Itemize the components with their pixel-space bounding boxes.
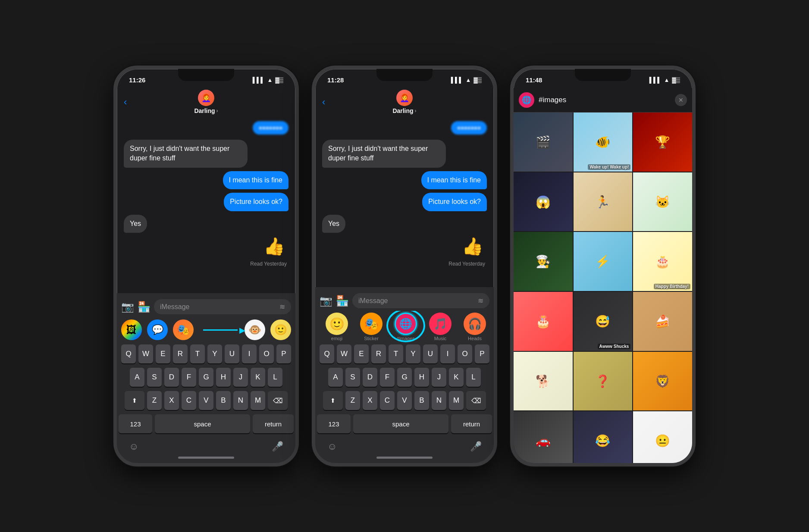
key2-t[interactable]: T bbox=[389, 344, 403, 363]
gif-cell-10[interactable]: 🎂 bbox=[514, 292, 573, 351]
key2-s[interactable]: S bbox=[345, 368, 360, 387]
key-s[interactable]: S bbox=[147, 368, 162, 387]
camera-icon-1[interactable]: 📷 bbox=[121, 301, 134, 313]
gif-cell-2[interactable]: 🐠 Wake up! Wake up! bbox=[574, 113, 633, 172]
appstore-icon-1[interactable]: 🏪 bbox=[138, 301, 151, 313]
key-c[interactable]: C bbox=[182, 391, 196, 410]
key-p[interactable]: P bbox=[276, 344, 291, 363]
imessage-input-2[interactable]: iMessage ≋ bbox=[352, 293, 489, 308]
key-b[interactable]: B bbox=[216, 391, 231, 410]
gif-cell-13[interactable]: 🐕 bbox=[514, 352, 573, 411]
key2-l[interactable]: L bbox=[466, 368, 481, 387]
gif-cell-11[interactable]: 😅 Awww Shucks bbox=[574, 292, 633, 351]
key2-z[interactable]: Z bbox=[345, 391, 360, 410]
key-l[interactable]: L bbox=[268, 368, 282, 387]
key-a[interactable]: A bbox=[130, 368, 144, 387]
contact-header-2[interactable]: 👩‍🦰 Darling › bbox=[392, 90, 416, 114]
key-i[interactable]: I bbox=[242, 344, 257, 363]
gif-cell-5[interactable]: 🏃 bbox=[574, 172, 633, 232]
gif-cell-14[interactable]: ❓ bbox=[574, 352, 633, 411]
key2-e[interactable]: E bbox=[354, 344, 369, 363]
key-w[interactable]: W bbox=[138, 344, 153, 363]
key2-x[interactable]: X bbox=[363, 391, 377, 410]
photos-app-icon[interactable]: 🖼 bbox=[121, 319, 142, 340]
key2-v[interactable]: V bbox=[397, 391, 412, 410]
key2-k[interactable]: K bbox=[449, 368, 464, 387]
key-g[interactable]: G bbox=[199, 368, 213, 387]
key-space[interactable]: space bbox=[155, 414, 250, 433]
key-delete[interactable]: ⌫ bbox=[268, 391, 288, 410]
key2-c[interactable]: C bbox=[380, 391, 395, 410]
imessage-input-1[interactable]: iMessage ≋ bbox=[154, 299, 291, 314]
key2-p[interactable]: P bbox=[475, 344, 489, 363]
key-j[interactable]: J bbox=[233, 368, 248, 387]
close-button[interactable]: ✕ bbox=[675, 94, 687, 106]
key-e[interactable]: E bbox=[156, 344, 170, 363]
key2-d[interactable]: D bbox=[363, 368, 377, 387]
key2-r[interactable]: R bbox=[371, 344, 386, 363]
key2-b[interactable]: B bbox=[414, 391, 429, 410]
key-f[interactable]: F bbox=[182, 368, 196, 387]
monkey-app-icon[interactable]: 🐵 bbox=[245, 319, 265, 340]
music-app-item[interactable]: 🎵 Music bbox=[423, 313, 458, 341]
key2-u[interactable]: U bbox=[423, 344, 438, 363]
stickers-app-icon[interactable]: 🎭 bbox=[173, 319, 194, 340]
key2-i[interactable]: I bbox=[440, 344, 455, 363]
images-app-item[interactable]: 🌐 #images bbox=[389, 313, 423, 341]
emoji-button-2[interactable]: ☺ bbox=[327, 441, 337, 452]
key2-w[interactable]: W bbox=[337, 344, 351, 363]
key-v[interactable]: V bbox=[199, 391, 213, 410]
key-m[interactable]: M bbox=[251, 391, 265, 410]
contact-header-1[interactable]: 👩‍🦰 Darling › bbox=[194, 90, 218, 114]
key2-a[interactable]: A bbox=[328, 368, 343, 387]
gif-cell-1[interactable]: 🎬 bbox=[514, 113, 573, 172]
key2-g[interactable]: G bbox=[397, 368, 412, 387]
headphones-app-item[interactable]: 🎧 Heads bbox=[458, 313, 492, 341]
key2-y[interactable]: Y bbox=[406, 344, 420, 363]
messages-app-icon[interactable]: 💬 bbox=[147, 319, 168, 340]
key-u[interactable]: U bbox=[225, 344, 239, 363]
emoji-button-1[interactable]: ☺ bbox=[129, 441, 138, 452]
key2-space[interactable]: space bbox=[353, 414, 448, 433]
key2-m[interactable]: M bbox=[449, 391, 464, 410]
images-icon[interactable]: 🌐 bbox=[395, 313, 417, 335]
mic-button-2[interactable]: 🎤 bbox=[470, 441, 482, 452]
key2-o[interactable]: O bbox=[458, 344, 472, 363]
gif-cell-17[interactable]: 😂 bbox=[574, 411, 633, 466]
gif-cell-3[interactable]: 🏆 bbox=[633, 113, 692, 172]
appstore-icon-2[interactable]: 🏪 bbox=[336, 295, 349, 307]
key-d[interactable]: D bbox=[164, 368, 179, 387]
key-o[interactable]: O bbox=[259, 344, 274, 363]
key-r[interactable]: R bbox=[173, 344, 188, 363]
key-z[interactable]: Z bbox=[147, 391, 162, 410]
key-t[interactable]: T bbox=[190, 344, 205, 363]
camera-icon-2[interactable]: 📷 bbox=[320, 295, 332, 307]
back-button-2[interactable]: ‹ bbox=[322, 97, 325, 108]
gif-cell-12[interactable]: 🍰 bbox=[633, 292, 692, 351]
key2-n[interactable]: N bbox=[432, 391, 446, 410]
key-q[interactable]: Q bbox=[121, 344, 136, 363]
key-num[interactable]: 123 bbox=[119, 414, 152, 433]
emoji-app-item[interactable]: 🙂 emoji bbox=[320, 313, 354, 341]
key2-return[interactable]: return bbox=[451, 414, 492, 433]
gif-cell-8[interactable]: ⚡ bbox=[574, 232, 633, 291]
key-shift[interactable]: ⬆ bbox=[125, 391, 144, 410]
key2-j[interactable]: J bbox=[432, 368, 446, 387]
key2-q[interactable]: Q bbox=[320, 344, 334, 363]
key2-f[interactable]: F bbox=[380, 368, 395, 387]
key2-num[interactable]: 123 bbox=[317, 414, 351, 433]
back-button-1[interactable]: ‹ bbox=[124, 97, 127, 108]
key-n[interactable]: N bbox=[233, 391, 248, 410]
gif-cell-6[interactable]: 🐱 bbox=[633, 172, 692, 232]
key-k[interactable]: K bbox=[251, 368, 265, 387]
gif-cell-15[interactable]: 🦁 bbox=[633, 352, 692, 411]
face-app-icon[interactable]: 🙂 bbox=[270, 319, 291, 340]
mic-button-1[interactable]: 🎤 bbox=[272, 441, 283, 452]
gif-cell-16[interactable]: 🚗 bbox=[514, 411, 573, 466]
key-y[interactable]: Y bbox=[207, 344, 222, 363]
key2-delete[interactable]: ⌫ bbox=[466, 391, 486, 410]
gif-cell-9[interactable]: 🎂 Happy Birthday! bbox=[633, 232, 692, 291]
gif-cell-18[interactable]: 😐 Okay bbox=[633, 411, 692, 466]
gif-cell-4[interactable]: 😱 bbox=[514, 172, 573, 232]
key-h[interactable]: H bbox=[216, 368, 231, 387]
